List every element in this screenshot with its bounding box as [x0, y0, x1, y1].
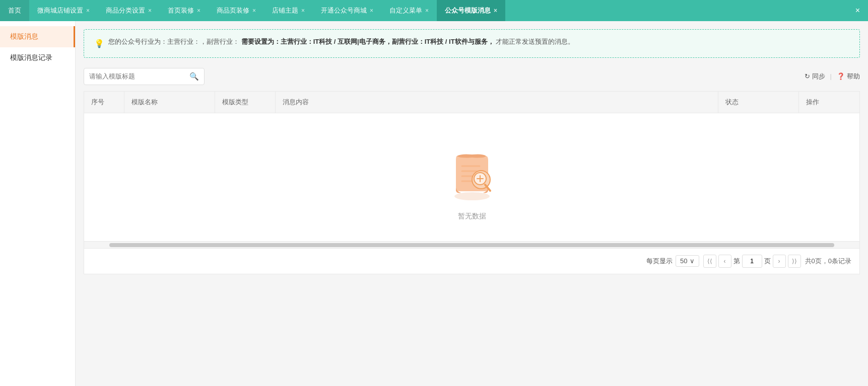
nav-tab-category[interactable]: 商品分类设置 ×	[98, 0, 160, 21]
page-prefix-label: 第	[733, 257, 740, 266]
svg-point-0	[454, 192, 490, 200]
page-navigation: ⟨⟨ ‹ 第 页 › ⟩⟩	[703, 255, 801, 268]
nav-tab-wechat-shop[interactable]: 开通公众号商城 ×	[313, 0, 381, 21]
action-divider: |	[830, 72, 832, 80]
search-input[interactable]	[89, 72, 189, 80]
notice-highlight: 需要设置为：主营行业：IT科技 / 互联网|电子商务，副营行业：IT科技 / I…	[241, 38, 494, 45]
page-size-value: 50	[680, 257, 687, 265]
nav-tab-custom-menu-close[interactable]: ×	[425, 7, 429, 14]
scroll-thumb[interactable]	[109, 243, 834, 247]
nav-tab-theme-close[interactable]: ×	[301, 7, 305, 14]
sidebar-item-template-msg[interactable]: 模版消息	[0, 26, 75, 47]
sync-button[interactable]: ↻ 同步	[805, 72, 825, 81]
close-all-button[interactable]: ×	[847, 0, 868, 21]
col-header-content: 消息内容	[276, 92, 718, 113]
nav-tab-micro-shop[interactable]: 微商城店铺设置 ×	[29, 0, 98, 21]
nav-tab-wechat-shop-close[interactable]: ×	[370, 7, 373, 14]
page-size-label: 每页显示	[646, 257, 673, 266]
nav-tab-wechat-shop-label: 开通公众号商城	[321, 6, 367, 15]
col-header-index: 序号	[84, 92, 124, 113]
empty-illustration	[442, 143, 502, 204]
table-header: 序号 模版名称 模版类型 消息内容 状态 操作	[84, 92, 859, 113]
nav-tab-theme-label: 店铺主题	[272, 6, 298, 15]
sidebar-item-template-log[interactable]: 模版消息记录	[0, 47, 75, 68]
action-links: ↻ 同步 | ❓ 帮助	[805, 72, 860, 81]
help-label: 帮助	[847, 72, 860, 81]
page-total-text: 共0页，0条记录	[805, 257, 851, 266]
search-input-wrap[interactable]: 🔍	[84, 68, 205, 85]
nav-tab-template-msg-label: 公众号模版消息	[445, 6, 491, 15]
col-header-type: 模版类型	[215, 92, 276, 113]
nav-tab-home-decor-label: 首页装修	[168, 6, 194, 15]
page-size-select: 每页显示 50 ∨	[646, 255, 699, 267]
nav-tab-custom-menu[interactable]: 自定义菜单 ×	[381, 0, 437, 21]
search-row: 🔍 ↻ 同步 | ❓ 帮助	[84, 68, 860, 85]
help-button[interactable]: ❓ 帮助	[837, 72, 860, 81]
nav-tab-template-msg-close[interactable]: ×	[494, 7, 497, 14]
content-area: 💡 您的公众号行业为：主营行业：，副营行业： 需要设置为：主营行业：IT科技 /…	[76, 21, 868, 386]
horizontal-scrollbar[interactable]	[84, 241, 859, 248]
search-icon[interactable]: 🔍	[189, 72, 199, 81]
sync-label: 同步	[812, 72, 825, 81]
sidebar-item-template-msg-label: 模版消息	[10, 32, 38, 40]
sync-icon: ↻	[805, 72, 810, 80]
nav-tab-micro-shop-label: 微商城店铺设置	[37, 6, 83, 15]
col-header-action: 操作	[799, 92, 859, 113]
sidebar-item-template-log-label: 模版消息记录	[10, 53, 52, 61]
nav-tab-custom-menu-label: 自定义菜单	[389, 6, 422, 15]
page-unit-label: 页	[764, 257, 771, 266]
nav-tab-home-decor[interactable]: 首页装修 ×	[160, 0, 209, 21]
first-page-button[interactable]: ⟨⟨	[703, 255, 716, 268]
pagination: 每页显示 50 ∨ ⟨⟨ ‹ 第 页 › ⟩⟩ 共0页，0条记录	[84, 248, 859, 274]
sidebar: 模版消息 模版消息记录	[0, 21, 76, 386]
nav-tab-product-decor[interactable]: 商品页装修 ×	[209, 0, 264, 21]
col-header-name: 模版名称	[124, 92, 215, 113]
notice-banner: 💡 您的公众号行业为：主营行业：，副营行业： 需要设置为：主营行业：IT科技 /…	[84, 29, 860, 58]
main-layout: 模版消息 模版消息记录 💡 您的公众号行业为：主营行业：，副营行业： 需要设置为…	[0, 21, 868, 386]
nav-tab-template-msg[interactable]: 公众号模版消息 ×	[437, 0, 505, 21]
bulb-icon: 💡	[94, 37, 104, 50]
top-navigation: 首页 微商城店铺设置 × 商品分类设置 × 首页装修 × 商品页装修 × 店铺主…	[0, 0, 868, 21]
data-table: 序号 模版名称 模版类型 消息内容 状态 操作	[84, 91, 860, 274]
nav-tab-product-decor-close[interactable]: ×	[252, 7, 256, 14]
empty-state: 暂无数据	[84, 113, 859, 241]
nav-tab-category-label: 商品分类设置	[106, 6, 145, 15]
nav-tab-home-label: 首页	[8, 6, 21, 15]
next-page-button[interactable]: ›	[773, 255, 786, 268]
dropdown-chevron-icon: ∨	[690, 257, 695, 265]
help-icon: ❓	[837, 72, 845, 80]
page-size-dropdown[interactable]: 50 ∨	[676, 255, 699, 267]
prev-page-button[interactable]: ‹	[718, 255, 731, 268]
nav-tab-product-decor-label: 商品页装修	[217, 6, 249, 15]
nav-tab-category-close[interactable]: ×	[148, 7, 152, 14]
nav-tab-home[interactable]: 首页	[0, 0, 29, 21]
nav-tab-micro-shop-close[interactable]: ×	[86, 7, 90, 14]
notice-prefix: 您的公众号行业为：主营行业：，副营行业：	[108, 38, 239, 45]
col-header-status: 状态	[718, 92, 799, 113]
page-number-input[interactable]	[742, 255, 762, 268]
last-page-button[interactable]: ⟩⟩	[788, 255, 801, 268]
nav-tab-theme[interactable]: 店铺主题 ×	[264, 0, 313, 21]
notice-suffix: 才能正常发送预置的消息。	[496, 38, 574, 45]
notice-text: 您的公众号行业为：主营行业：，副营行业： 需要设置为：主营行业：IT科技 / 互…	[108, 37, 574, 47]
nav-tab-home-decor-close[interactable]: ×	[197, 7, 201, 14]
empty-text: 暂无数据	[458, 212, 486, 221]
